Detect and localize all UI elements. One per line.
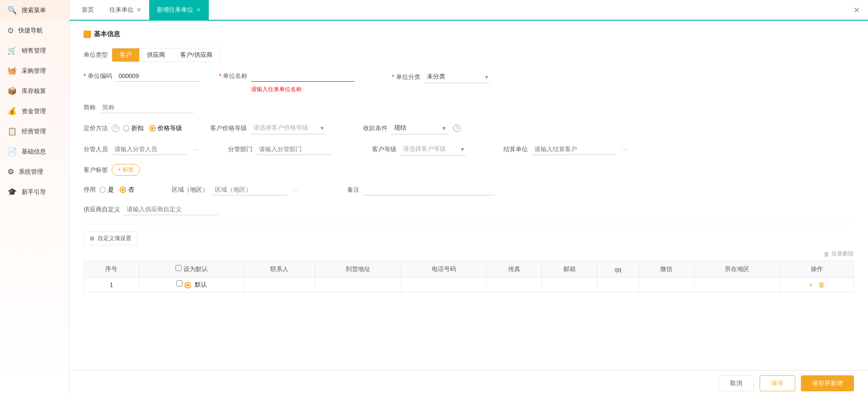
settlement-dots-btn[interactable]: ···	[620, 146, 629, 153]
sidebar-item-search[interactable]: 🔍 搜索菜单	[0, 0, 69, 20]
supplier-custom-input[interactable]	[124, 204, 218, 215]
sidebar-item-guide[interactable]: 🎓 新手引导	[0, 182, 69, 202]
tab-new-partner[interactable]: 新增往来单位 ✕	[149, 0, 209, 20]
tab-bar-close[interactable]: ✕	[850, 6, 863, 15]
pricing-discount-option[interactable]: 折扣	[123, 124, 144, 132]
tab-home[interactable]: 首页	[74, 0, 102, 20]
col-action: 操作	[780, 261, 853, 278]
add-tag-btn[interactable]: + 标签	[112, 164, 140, 176]
sidebar-item-purchase[interactable]: 🧺 采购管理	[0, 61, 69, 81]
remark-label: 备注	[347, 186, 359, 194]
pricing-level-radio[interactable]	[149, 125, 156, 132]
custom-settings-btn[interactable]: ⚙ 自定义项设置	[84, 232, 137, 245]
department-input[interactable]	[256, 144, 331, 155]
pricing-help-icon[interactable]: ?	[112, 124, 119, 132]
disable-no-radio[interactable]	[120, 186, 126, 193]
sidebar-item-inventory[interactable]: 📦 库存核算	[0, 81, 69, 101]
quicknav-icon: ⊙	[8, 26, 14, 35]
payment-terms-value: 现结	[391, 122, 448, 134]
cell-action: + 🗑	[780, 278, 853, 292]
save-new-button[interactable]: 保存并新增	[801, 375, 854, 391]
cell-fax[interactable]	[487, 278, 542, 292]
customer-price-level-wrap: 请选择客户价格等级 ▾	[251, 122, 326, 134]
batch-delete-label[interactable]: 批量删除	[831, 250, 854, 258]
disable-group: 停用 是 否	[84, 186, 134, 194]
purchase-icon: 🧺	[8, 66, 17, 75]
contacts-table: 序号 设为默认 联系人 到货地址 电话号码 传真 邮箱 qq 微信 所在地区 操…	[84, 261, 854, 292]
payment-help-icon[interactable]: ?	[453, 124, 461, 132]
sidebar-item-system[interactable]: ⚙ 系统管理	[0, 162, 69, 182]
pricing-method-label: 定价方法	[84, 124, 108, 132]
unit-code-input[interactable]	[116, 70, 200, 82]
pricing-method-group: 定价方法 ? 折扣 价格等级	[84, 124, 182, 132]
save-button[interactable]: 保存	[760, 375, 795, 391]
row-default-radio-wrap: 默认	[184, 281, 207, 288]
settlement-unit-label: 结算单位	[503, 145, 528, 154]
customer-level-chevron: ▾	[461, 146, 464, 153]
disable-yes-label: 是	[108, 186, 114, 194]
col-phone: 电话号码	[401, 261, 487, 278]
row-default-radio[interactable]	[184, 282, 191, 288]
unit-name-group: 单位名称 请输入往来单位名称	[219, 70, 355, 93]
disable-yes-radio[interactable]	[99, 186, 106, 193]
cell-email[interactable]	[542, 278, 597, 292]
manager-dots-btn[interactable]: ···	[190, 146, 200, 153]
pricing-level-option[interactable]: 价格等级	[149, 124, 182, 132]
customer-level-wrap: 请选择客户等级 ▾	[400, 143, 466, 155]
cell-qq[interactable]	[597, 278, 639, 292]
sidebar-item-operations[interactable]: 📋 经营管理	[0, 121, 69, 141]
region-dots-btn[interactable]: ···	[291, 186, 300, 194]
sidebar-item-sales[interactable]: 🛒 销售管理	[0, 40, 69, 61]
disable-no-option[interactable]: 否	[120, 186, 134, 194]
customer-level-label: 客户等级	[372, 145, 396, 154]
settlement-unit-input[interactable]	[532, 144, 616, 155]
cancel-button[interactable]: 取消	[718, 375, 754, 391]
settlement-unit-group: 结算单位 ···	[503, 144, 629, 155]
unit-type-group-container: 单位类型 客户 供应商 客户/供应商	[84, 48, 221, 62]
tab-new-partner-close[interactable]: ✕	[196, 7, 201, 13]
sidebar-item-quicknav[interactable]: ⊙ 快捷导航	[0, 20, 69, 40]
remark-group: 备注	[347, 184, 495, 195]
delete-row-btn[interactable]: 🗑	[816, 281, 827, 288]
cell-wechat[interactable]	[639, 278, 694, 292]
short-name-input[interactable]	[99, 102, 193, 113]
pricing-radio-group: 折扣 价格等级	[123, 124, 182, 132]
cell-region[interactable]	[694, 278, 780, 292]
footer: 取消 保存 保存并新增	[69, 370, 868, 396]
payment-terms-group: 收款条件 现结 ▾ ?	[363, 122, 461, 134]
pricing-discount-label: 折扣	[131, 124, 144, 132]
disable-yes-option[interactable]: 是	[99, 186, 114, 194]
remark-input[interactable]	[363, 184, 495, 195]
region-input[interactable]	[212, 184, 287, 195]
cell-phone[interactable]	[401, 278, 487, 292]
unit-name-input[interactable]	[251, 70, 354, 82]
region-label: 区域（地区）	[172, 186, 208, 194]
short-name-group: 简称	[84, 102, 193, 113]
sidebar: 🔍 搜索菜单 ⊙ 快捷导航 🛒 销售管理 🧺 采购管理 📦 库存核算 💰 资金管…	[0, 0, 69, 396]
sidebar-item-finance[interactable]: 💰 资金管理	[0, 101, 69, 121]
col-default: 设为默认	[139, 261, 244, 278]
row-checkbox[interactable]	[176, 280, 183, 287]
table-row: 1 默认	[84, 278, 854, 292]
add-row-btn[interactable]: +	[807, 281, 815, 288]
select-all-checkbox[interactable]	[175, 265, 182, 271]
region-group: 区域（地区） ···	[172, 184, 300, 195]
manager-input[interactable]	[112, 144, 187, 155]
tab-partners-close[interactable]: ✕	[137, 7, 141, 13]
unit-type-supplier-btn[interactable]: 供应商	[139, 48, 173, 62]
pricing-discount-radio[interactable]	[123, 125, 129, 132]
unit-name-error: 请输入往来单位名称	[251, 86, 302, 93]
cell-address[interactable]	[315, 278, 401, 292]
batch-delete-icon: 🗑	[824, 251, 830, 257]
unit-type-customer-btn[interactable]: 客户	[112, 48, 139, 62]
sidebar-item-basic[interactable]: 📄 基础信息	[0, 141, 69, 162]
unit-type-buttons: 客户 供应商 客户/供应商	[112, 48, 221, 62]
customer-price-level-placeholder: 请选择客户价格等级	[251, 122, 326, 134]
tab-partners[interactable]: 往来单位 ✕	[102, 0, 149, 20]
unit-category-select-wrap: 未分类 ▾	[424, 70, 490, 83]
unit-type-both-btn[interactable]: 客户/供应商	[173, 48, 220, 62]
col-wechat: 微信	[639, 261, 694, 278]
cell-contact[interactable]	[244, 278, 315, 292]
unit-name-wrap	[251, 70, 354, 82]
guide-icon: 🎓	[8, 187, 17, 196]
